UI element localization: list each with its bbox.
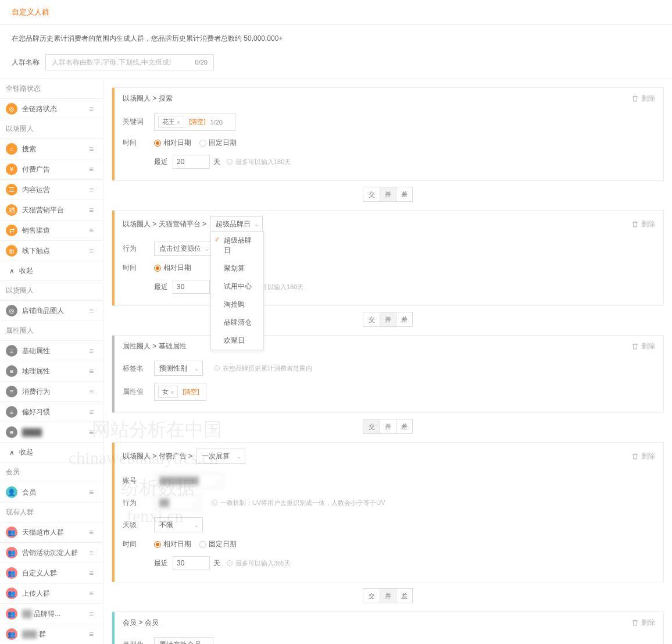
radio-relative-date[interactable]: 相对日期 (154, 539, 191, 549)
menu-icon[interactable]: ≡ (85, 185, 97, 194)
op-intersect[interactable]: 交 (363, 419, 380, 433)
menu-icon[interactable]: ≡ (85, 367, 97, 376)
dropdown-item[interactable]: 聚划算 (211, 259, 263, 277)
sidebar-item-member[interactable]: 👤会员≡ (0, 482, 103, 503)
menu-icon[interactable]: ≡ (85, 104, 97, 113)
sidebar-item-basic-attr[interactable]: ≡基础属性≡ (0, 341, 103, 361)
menu-icon[interactable]: ≡ (85, 568, 97, 578)
tab-custom-audience[interactable]: 自定义人群 (12, 0, 49, 24)
op-diff[interactable]: 差 (396, 187, 412, 201)
op-union[interactable]: 并 (380, 589, 396, 603)
sidebar-item-brand[interactable]: 👥██ 品牌得...≡ (0, 604, 103, 624)
menu-icon[interactable]: ≡ (85, 548, 97, 557)
op-diff[interactable]: 差 (396, 312, 412, 326)
dropdown-item[interactable]: 超级品牌日 (211, 232, 263, 259)
level-select[interactable]: 不限⌄ (154, 517, 203, 532)
sidebar-item-label: 销售渠道 (22, 226, 85, 236)
op-intersect[interactable]: 交 (363, 589, 380, 603)
tmall-channel-select[interactable]: 超级品牌日 ⌄ 超级品牌日 聚划算 试用中心 淘抢购 品牌清仓 欢聚日 (210, 216, 263, 232)
name-input-wrap[interactable]: 0/20 (45, 54, 214, 70)
menu-icon[interactable]: ≡ (85, 488, 97, 497)
menu-icon[interactable]: ≡ (85, 629, 97, 639)
menu-icon[interactable]: ≡ (85, 387, 97, 396)
paid-channel-select[interactable]: 一次展算⌄ (196, 449, 245, 464)
op-intersect[interactable]: 交 (363, 312, 380, 326)
tag-remove-icon[interactable]: × (177, 119, 180, 126)
op-union[interactable]: 并 (380, 187, 396, 201)
dropdown-item[interactable]: 试用中心 (211, 277, 263, 296)
menu-icon[interactable]: ≡ (85, 589, 97, 598)
menu-icon[interactable]: ≡ (85, 246, 97, 255)
clear-button[interactable]: [清空] (189, 118, 205, 126)
sidebar-item-obscured[interactable]: ≡████≡ (0, 422, 103, 443)
sidebar-item-habits[interactable]: ≡偏好习惯≡ (0, 402, 103, 422)
audience-name-input[interactable] (52, 58, 190, 66)
sidebar-item-paid-ads[interactable]: ¥付费广告≡ (0, 159, 103, 180)
radio-relative-date[interactable]: 相对日期 (154, 263, 191, 273)
dropdown-item[interactable]: 品牌清仓 (211, 314, 263, 332)
radio-fixed-date[interactable]: 固定日期 (199, 539, 237, 549)
menu-icon[interactable]: ≡ (85, 528, 97, 537)
sidebar-item-consume-behavior[interactable]: ≡消费行为≡ (0, 382, 103, 402)
name-input-counter: 0/20 (195, 59, 208, 66)
behavior-select[interactable]: 点击过资源位⌄ (154, 241, 213, 256)
users-icon: 👥 (6, 608, 17, 620)
menu-icon[interactable]: ≡ (85, 609, 97, 618)
op-intersect[interactable]: 交 (363, 187, 380, 201)
radio-relative-date[interactable]: 相对日期 (154, 138, 191, 148)
sidebar-item-full-link-status[interactable]: ◎ 全链路状态 ≡ (0, 99, 103, 119)
sidebar-item-group[interactable]: 👥███ 群≡ (0, 624, 103, 644)
hint-text: 可以输入180天 (261, 283, 303, 291)
main: 以场圈人 > 搜索 删除 关键词 花王× [清空] 1/20 (103, 79, 672, 644)
card-member: 会员 > 会员 删除 类型为 累计有效会员⌄ 时间 相对日期 固定日期 (112, 611, 664, 644)
value-tagbox[interactable]: 女× [清空] (154, 383, 206, 401)
sidebar-item-tmall-super[interactable]: 👥天猫超市人群≡ (0, 522, 103, 543)
op-union[interactable]: 并 (380, 419, 396, 433)
menu-icon[interactable]: ≡ (85, 144, 97, 154)
collapse-toggle[interactable]: ∧收起 (0, 443, 103, 462)
delete-button[interactable]: 删除 (631, 94, 655, 104)
sidebar-item-offline[interactable]: ◍线下触点≡ (0, 241, 103, 261)
days-input[interactable] (173, 155, 210, 169)
radio-fixed-date[interactable]: 固定日期 (199, 138, 237, 148)
sidebar-item-tmall-marketing[interactable]: 猫天猫营销平台≡ (0, 200, 103, 220)
collapse-toggle[interactable]: ∧收起 (0, 261, 103, 281)
chevron-down-icon: ⌄ (192, 500, 196, 506)
sidebar-item-content-ops[interactable]: ☰内容运营≡ (0, 180, 103, 200)
delete-button[interactable]: 删除 (631, 219, 655, 229)
dropdown-item[interactable]: 淘抢购 (211, 296, 263, 314)
recent-label: 最近 (154, 558, 168, 568)
menu-icon[interactable]: ≡ (85, 407, 97, 417)
delete-button[interactable]: 删除 (631, 341, 655, 351)
tag-select[interactable]: 预测性别⌄ (154, 361, 203, 376)
dropdown-item[interactable]: 欢聚日 (211, 332, 263, 350)
sidebar-item-marketing-deposit[interactable]: 👥营销活动沉淀人群≡ (0, 543, 103, 563)
sidebar-item-search[interactable]: ⌕搜索≡ (0, 139, 103, 159)
menu-icon[interactable]: ≡ (85, 226, 97, 235)
time-label: 时间 (123, 263, 154, 273)
op-union[interactable]: 并 (380, 312, 396, 326)
menu-icon[interactable]: ≡ (85, 346, 97, 355)
op-diff[interactable]: 差 (396, 589, 412, 603)
days-input[interactable] (173, 280, 210, 294)
tag-remove-icon[interactable]: × (170, 389, 174, 396)
chevron-up-icon: ∧ (9, 449, 15, 457)
menu-icon[interactable]: ≡ (85, 306, 97, 315)
menu-icon[interactable]: ≡ (85, 428, 97, 437)
sidebar-item-custom-audience[interactable]: 👥自定义人群≡ (0, 563, 103, 583)
behavior-select[interactable]: ██⌄ (154, 495, 201, 510)
sidebar-item-shop-goods[interactable]: ◎店铺商品圈人≡ (0, 301, 103, 321)
delete-button[interactable]: 删除 (631, 451, 655, 461)
sidebar-item-upload-audience[interactable]: 👥上传人群≡ (0, 583, 103, 604)
op-diff[interactable]: 差 (396, 419, 412, 433)
delete-button[interactable]: 删除 (631, 618, 655, 628)
menu-icon[interactable]: ≡ (85, 205, 97, 215)
days-input[interactable] (173, 556, 210, 570)
menu-icon[interactable]: ≡ (85, 165, 97, 174)
sidebar-item-geo-attr[interactable]: ≡地理属性≡ (0, 361, 103, 382)
member-type-select[interactable]: 累计有效会员⌄ (154, 637, 213, 644)
keyword-tagbox[interactable]: 花王× [清空] 1/20 (154, 113, 235, 131)
account-select[interactable]: ████████⌄ (154, 473, 224, 488)
sidebar-item-sales-channel[interactable]: ⇄销售渠道≡ (0, 220, 103, 241)
clear-button[interactable]: [清空] (183, 387, 199, 396)
